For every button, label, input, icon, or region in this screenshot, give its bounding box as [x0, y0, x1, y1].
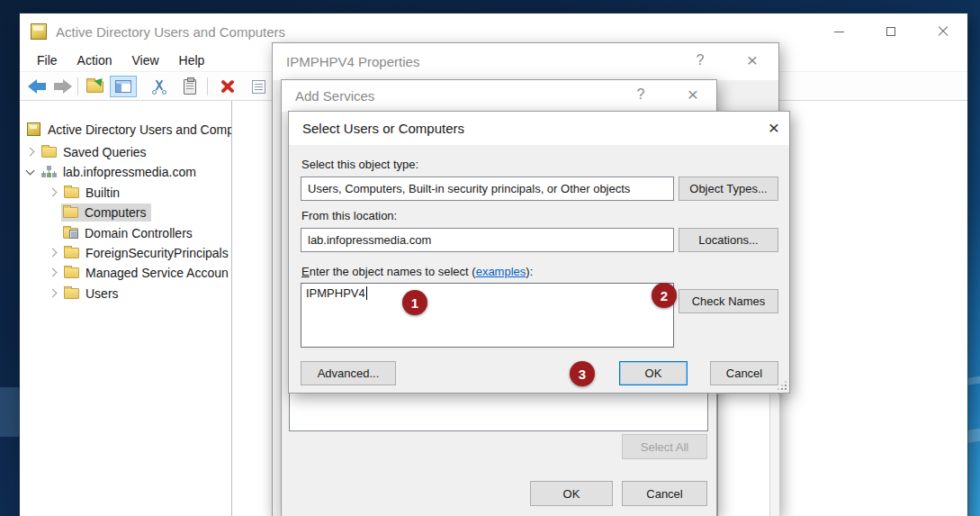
- add-services-dialog-titlebar[interactable]: Add Services: [282, 80, 716, 112]
- tree-label: ForeignSecurityPrincipals: [85, 246, 229, 260]
- cancel-button[interactable]: Cancel: [710, 361, 778, 385]
- forward-button[interactable]: [50, 76, 74, 97]
- object-type-field: Users, Computers, Built-in security prin…: [301, 177, 674, 201]
- close-button[interactable]: ×: [742, 50, 762, 69]
- close-icon: [937, 25, 949, 38]
- select-users-dialog-title: Select Users or Computers: [302, 121, 464, 136]
- show-console-tree-button[interactable]: [110, 76, 137, 97]
- object-names-label-text: nter the object names to select (: [310, 265, 476, 278]
- delete-button[interactable]: [216, 76, 239, 97]
- tree-item-domain-controllers[interactable]: Domain Controllers: [63, 223, 193, 242]
- folder-icon: [41, 147, 57, 158]
- menu-file[interactable]: File: [27, 53, 67, 68]
- from-location-value: lab.infopressmedia.com: [308, 233, 431, 247]
- help-button[interactable]: ?: [631, 86, 651, 103]
- forward-arrow-icon: [53, 79, 72, 94]
- select-users-dialog-titlebar[interactable]: Select Users or Computers: [289, 112, 789, 145]
- callout-badge-2: 2: [652, 283, 677, 308]
- tree-label: Active Directory Users and Comp: [48, 122, 232, 137]
- tree-label: Builtin: [85, 186, 120, 200]
- cut-button[interactable]: [148, 76, 171, 97]
- check-names-button[interactable]: Check Names: [679, 289, 778, 313]
- chevron-right-icon[interactable]: [49, 289, 58, 298]
- properties-list-button[interactable]: [247, 76, 270, 97]
- toolbar-separator: [77, 77, 78, 95]
- close-button[interactable]: [922, 14, 964, 50]
- add-services-dialog-title: Add Services: [295, 88, 374, 104]
- tree-item-domain[interactable]: lab.infopressmedia.com: [27, 162, 196, 181]
- object-names-label-suffix: ):: [526, 265, 533, 278]
- properties-list-area: [717, 394, 769, 516]
- object-names-label-accesskey: E: [301, 265, 310, 278]
- desktop-light-patch: [0, 387, 20, 437]
- select-users-dialog: Select Users or Computers × Select this …: [288, 111, 790, 394]
- resize-grip[interactable]: [778, 382, 787, 390]
- menu-action[interactable]: Action: [67, 53, 122, 68]
- menu-help[interactable]: Help: [169, 53, 215, 68]
- chevron-right-icon[interactable]: [26, 148, 35, 157]
- select-all-button[interactable]: Select All: [622, 434, 707, 459]
- tree-label: lab.infopressmedia.com: [63, 165, 196, 179]
- delete-x-icon: [220, 78, 236, 95]
- tree-label: Users: [85, 286, 119, 301]
- object-type-value: Users, Computers, Built-in security prin…: [308, 182, 630, 195]
- tree-item-users[interactable]: Users: [49, 284, 119, 303]
- tree-label: Saved Queries: [63, 145, 147, 159]
- locations-button-label: Locations...: [698, 233, 759, 247]
- ok-button[interactable]: OK: [530, 481, 613, 506]
- chevron-right-icon[interactable]: [49, 188, 58, 197]
- chevron-right-icon[interactable]: [49, 268, 58, 277]
- object-type-label: Select this object type:: [301, 158, 418, 171]
- examples-link[interactable]: examples: [476, 265, 526, 278]
- object-names-value: IPMPHPV4: [306, 286, 365, 300]
- minimize-button[interactable]: [818, 14, 859, 50]
- tree-item-builtin[interactable]: Builtin: [49, 183, 120, 202]
- close-button[interactable]: ×: [683, 85, 703, 104]
- maximize-button[interactable]: [870, 14, 912, 50]
- window-title: Active Directory Users and Computers: [56, 24, 285, 40]
- tree-label: Domain Controllers: [85, 226, 193, 240]
- tree-label: Computers: [85, 205, 146, 220]
- domain-icon: [41, 166, 57, 178]
- chevron-right-icon[interactable]: [49, 249, 58, 258]
- paste-button[interactable]: [178, 76, 202, 97]
- tree-item-root[interactable]: Active Directory Users and Comp: [27, 120, 232, 139]
- ok-button[interactable]: OK: [619, 361, 688, 385]
- callout-badge-3: 3: [570, 361, 595, 386]
- tree-item-computers[interactable]: Computers: [61, 203, 151, 222]
- locations-button[interactable]: lab.infopressmedia.comLocations...: [679, 228, 778, 252]
- object-names-textarea[interactable]: IPMPHPV4: [301, 283, 674, 348]
- folder-icon: [64, 187, 79, 198]
- from-location-field: lab.infopressmedia.com: [301, 228, 674, 252]
- tree-item-foreign-security-principals[interactable]: ForeignSecurityPrincipals: [49, 243, 229, 262]
- up-folder-icon: [86, 81, 103, 93]
- folder-icon: [63, 207, 78, 218]
- properties-dialog-title: IPMPHPV4 Properties: [286, 54, 419, 69]
- console-icon: [27, 122, 40, 136]
- advanced-button[interactable]: Advanced...: [301, 361, 396, 385]
- back-button[interactable]: [25, 76, 49, 97]
- tree-label: Managed Service Accoun: [85, 266, 229, 280]
- up-one-level-button[interactable]: [83, 76, 106, 97]
- object-names-label: Enter the object names to select (exampl…: [301, 265, 533, 278]
- dc-folder-icon: [63, 228, 78, 239]
- properties-scrollbar[interactable]: [769, 394, 779, 516]
- callout-badge-1: 1: [402, 290, 427, 315]
- minimize-icon: [834, 32, 844, 32]
- list-icon: [252, 80, 265, 94]
- maximize-icon: [886, 27, 895, 36]
- chevron-down-icon[interactable]: [26, 166, 35, 175]
- console-window-icon: [115, 80, 131, 93]
- cancel-button[interactable]: Cancel: [622, 481, 707, 506]
- back-arrow-icon: [28, 79, 47, 94]
- scissors-icon: [151, 78, 167, 95]
- tree-item-managed-service-accounts[interactable]: Managed Service Accoun: [49, 263, 229, 282]
- folder-icon: [64, 248, 79, 258]
- object-types-button[interactable]: Object Types...: [679, 177, 778, 201]
- text-caret: [366, 286, 367, 300]
- menu-view[interactable]: View: [121, 53, 168, 68]
- from-location-label: From this location:: [301, 209, 397, 222]
- help-button[interactable]: ?: [690, 52, 710, 68]
- close-button[interactable]: ×: [764, 118, 784, 137]
- tree-item-saved-queries[interactable]: Saved Queries: [27, 142, 147, 161]
